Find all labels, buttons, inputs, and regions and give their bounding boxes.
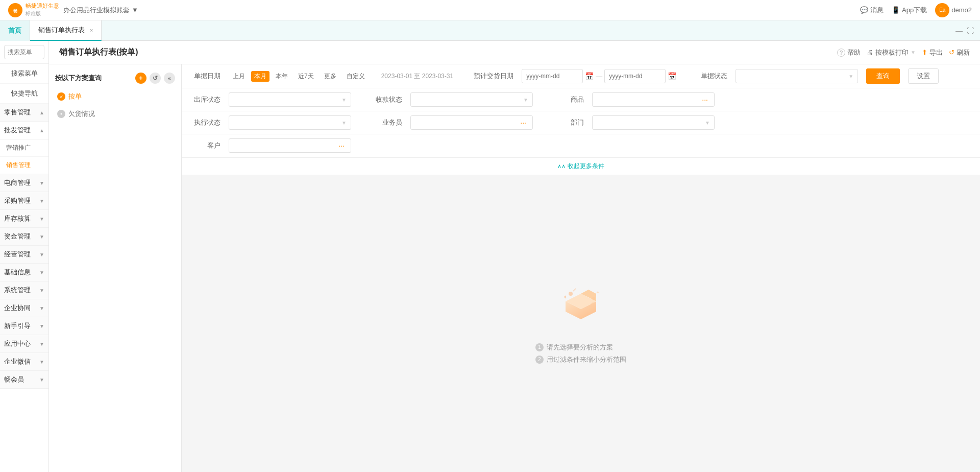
- sidebar-group-newbie[interactable]: 新手引导 ▼: [0, 317, 48, 335]
- query-button[interactable]: 查询: [866, 68, 900, 84]
- scheme-item-by-order[interactable]: 按单: [49, 88, 181, 105]
- collapse-scheme-icon: «: [168, 76, 171, 81]
- add-scheme-button[interactable]: +: [135, 73, 146, 84]
- sidebar-group-enterprise-wechat[interactable]: 企业微信 ▼: [0, 353, 48, 371]
- date-tab-this-year[interactable]: 本年: [272, 71, 292, 82]
- export-label: 导出: [929, 48, 943, 57]
- sidebar-group-app-center[interactable]: 应用中心 ▼: [0, 335, 48, 353]
- calendar-end-icon[interactable]: 📅: [668, 72, 676, 80]
- sidebar-group-inventory-arrow: ▼: [39, 216, 44, 222]
- date-tab-custom[interactable]: 自定义: [342, 71, 369, 82]
- svg-text:✦: ✦: [596, 290, 600, 295]
- setting-button[interactable]: 设置: [908, 68, 939, 84]
- refresh-scheme-button[interactable]: ↺: [150, 73, 161, 84]
- tab-home[interactable]: 首页: [0, 20, 30, 41]
- goods-dots-icon[interactable]: ···: [700, 96, 710, 104]
- customer-input[interactable]: ···: [229, 138, 351, 153]
- calendar-start-icon[interactable]: 📅: [585, 72, 594, 80]
- sidebar-group-operations[interactable]: 经营管理 ▼: [0, 246, 48, 264]
- date-tab-7days[interactable]: 近7天: [294, 71, 318, 82]
- app-download-button[interactable]: 📱 App下载: [892, 6, 927, 15]
- dept-select[interactable]: ▼: [592, 115, 715, 130]
- breadcrumb[interactable]: 办公用品行业模拟账套 ▼: [63, 6, 138, 15]
- sidebar-group-finance[interactable]: 资金管理 ▼: [0, 228, 48, 246]
- salesman-input[interactable]: ···: [410, 115, 533, 130]
- top-bar-left: 畅 畅捷通好生意 标准版 办公用品行业模拟账套 ▼: [8, 3, 138, 17]
- sidebar-group-app-center-label: 应用中心: [4, 339, 31, 348]
- sidebar-group-member-label: 畅会员: [4, 375, 24, 384]
- sidebar-group-finance-label: 资金管理: [4, 232, 31, 241]
- sidebar-group-ecommerce[interactable]: 电商管理 ▼: [0, 174, 48, 192]
- tab-sales-order[interactable]: 销售订单执行表 ×: [30, 20, 102, 41]
- sidebar-group-member-arrow: ▼: [39, 377, 44, 383]
- collect-status-select[interactable]: ▼: [410, 92, 533, 107]
- logo-icon: 畅: [8, 3, 22, 17]
- search-input[interactable]: [4, 45, 44, 59]
- svg-point-8: [569, 292, 573, 296]
- user-profile[interactable]: Ea demo2: [935, 3, 972, 17]
- scheme-panel-actions: + ↺ «: [135, 73, 175, 84]
- sidebar-group-inventory[interactable]: 库存核算 ▼: [0, 210, 48, 228]
- tab-bar-controls: — ⛶: [955, 27, 980, 35]
- sidebar: 搜索菜单 快捷导航 零售管理 ▲ 批发管理 ▲ 营销推广 销售管理 电商管理 ▼…: [0, 41, 49, 472]
- date-tab-this-month[interactable]: 本月: [251, 71, 270, 82]
- date-separator: —: [596, 73, 602, 80]
- filter-row-date: 单据日期 上月 本月 本年 近7天 更多 自定义 2023-03-01 至 20…: [182, 64, 980, 88]
- collapse-more-label: 收起更多条件: [568, 162, 604, 171]
- order-status-select[interactable]: ▼: [736, 69, 858, 83]
- sidebar-item-marketing[interactable]: 营销推广: [0, 139, 48, 157]
- exec-status-select[interactable]: ▼: [229, 115, 351, 130]
- label-tag: 标准版: [26, 10, 59, 17]
- sidebar-item-quick-nav[interactable]: 快捷导航: [0, 84, 48, 104]
- app-download-icon: 📱: [892, 6, 900, 14]
- goods-input[interactable]: ···: [592, 92, 715, 107]
- scheme-panel: 按以下方案查询 + ↺ «: [49, 64, 182, 472]
- refresh-button[interactable]: ↺ 刷新: [949, 48, 970, 57]
- collapse-scheme-button[interactable]: «: [164, 73, 175, 84]
- collapse-more-button[interactable]: ∧∧ 收起更多条件: [182, 157, 980, 175]
- svg-text:畅: 畅: [13, 9, 17, 13]
- avatar-text: Ea: [939, 7, 945, 13]
- customer-dots-icon[interactable]: ···: [336, 141, 347, 150]
- expected-date-start-input[interactable]: [522, 69, 583, 83]
- scheme-panel-header: 按以下方案查询 + ↺ «: [49, 68, 181, 88]
- sidebar-group-system[interactable]: 系统管理 ▼: [0, 281, 48, 299]
- page-title: 销售订单执行表(按单): [59, 47, 138, 64]
- message-button[interactable]: 💬 消息: [860, 6, 884, 15]
- sidebar-group-enterprise[interactable]: 企业协同 ▼: [0, 299, 48, 317]
- export-button[interactable]: ⬆ 导出: [922, 48, 943, 57]
- sidebar-item-sales-mgmt-label: 销售管理: [6, 161, 31, 170]
- scheme-dot-order: [57, 92, 65, 101]
- tab-minimize-icon[interactable]: —: [955, 27, 963, 35]
- expected-date-end-input[interactable]: [604, 69, 666, 83]
- out-status-select[interactable]: ▼: [229, 92, 351, 107]
- content-area: 销售订单执行表(按单) ? 帮助 🖨 按模板打印 ▼ ⬆ 导出 ↺ 刷新: [49, 41, 980, 472]
- exec-status-arrow-icon: ▼: [341, 120, 347, 126]
- breadcrumb-text: 办公用品行业模拟账套: [63, 6, 130, 15]
- sidebar-group-retail[interactable]: 零售管理 ▲: [0, 104, 48, 122]
- sidebar-item-sales-mgmt[interactable]: 销售管理: [0, 157, 48, 174]
- sidebar-group-wholesale[interactable]: 批发管理 ▲: [0, 122, 48, 139]
- scheme-dot-debt: [57, 110, 65, 118]
- sidebar-group-member[interactable]: 畅会员 ▼: [0, 371, 48, 389]
- template-print-arrow-icon: ▼: [911, 50, 916, 55]
- svg-point-9: [592, 297, 595, 300]
- tab-maximize-icon[interactable]: ⛶: [967, 27, 974, 35]
- printer-icon: 🖨: [867, 49, 873, 56]
- date-tab-last-month[interactable]: 上月: [229, 71, 249, 82]
- svg-line-10: [573, 289, 576, 291]
- sidebar-item-search-menu[interactable]: 搜索菜单: [0, 64, 48, 84]
- scheme-item-by-debt[interactable]: 欠货情况: [49, 105, 181, 123]
- sidebar-group-basic-info[interactable]: 基础信息 ▼: [0, 264, 48, 281]
- help-button[interactable]: ? 帮助: [837, 48, 861, 57]
- salesman-dots-icon[interactable]: ···: [518, 119, 528, 127]
- username: demo2: [951, 6, 972, 14]
- sidebar-group-system-label: 系统管理: [4, 286, 31, 295]
- scheme-item-by-order-label: 按单: [68, 92, 82, 101]
- logo-text-area: 畅捷通好生意 标准版: [26, 3, 59, 17]
- date-tab-more[interactable]: 更多: [320, 71, 340, 82]
- tab-close-icon[interactable]: ×: [90, 27, 93, 33]
- sidebar-group-purchase[interactable]: 采购管理 ▼: [0, 192, 48, 210]
- template-print-button[interactable]: 🖨 按模板打印 ▼: [867, 48, 916, 57]
- sidebar-group-basic-info-label: 基础信息: [4, 268, 31, 277]
